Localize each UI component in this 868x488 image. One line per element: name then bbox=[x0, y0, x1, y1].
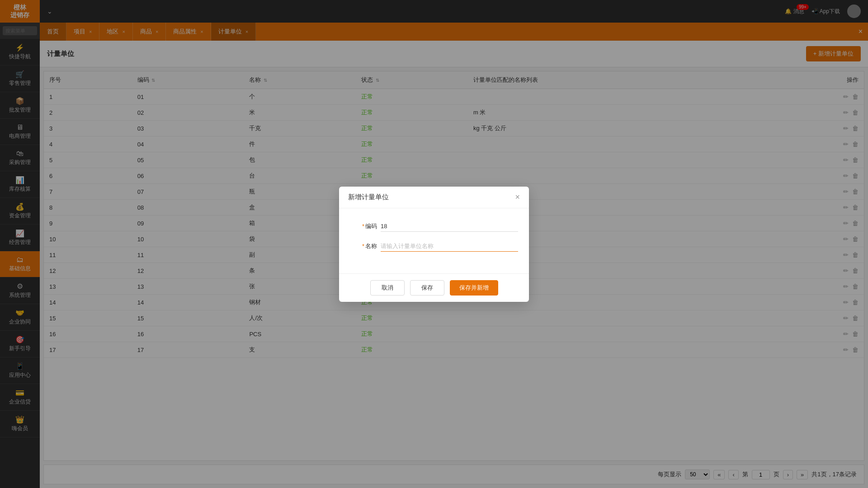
code-form-row: *编码 18 bbox=[350, 221, 518, 232]
modal-close-button[interactable]: × bbox=[515, 193, 520, 201]
cancel-button[interactable]: 取消 bbox=[370, 280, 405, 296]
code-label: *编码 bbox=[350, 222, 377, 230]
save-button[interactable]: 保存 bbox=[410, 280, 444, 296]
name-form-row: *名称 bbox=[350, 241, 518, 252]
save-and-new-button[interactable]: 保存并新增 bbox=[450, 280, 498, 296]
name-input[interactable] bbox=[381, 241, 518, 252]
modal-body: *编码 18 *名称 bbox=[339, 208, 529, 273]
modal-title: 新增计量单位 bbox=[348, 193, 389, 202]
name-label: *名称 bbox=[350, 242, 377, 250]
name-required-mark: * bbox=[362, 243, 364, 249]
add-unit-modal: 新增计量单位 × *编码 18 *名称 取消 保存 保存并新增 bbox=[339, 187, 529, 302]
modal-footer: 取消 保存 保存并新增 bbox=[339, 273, 529, 302]
modal-header: 新增计量单位 × bbox=[339, 187, 529, 208]
modal-overlay: 新增计量单位 × *编码 18 *名称 取消 保存 保存并新增 bbox=[0, 0, 868, 488]
code-input[interactable]: 18 bbox=[381, 221, 518, 232]
code-required-mark: * bbox=[362, 223, 364, 230]
